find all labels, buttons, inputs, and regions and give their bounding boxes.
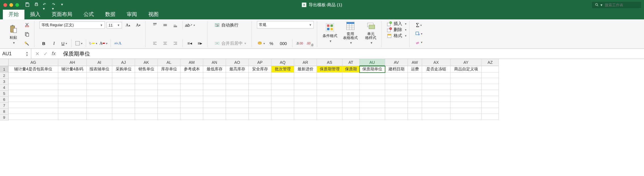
merge-center-button[interactable]: 合并后居中▼ (213, 39, 249, 47)
cell-AU7[interactable] (360, 102, 385, 108)
save-icon[interactable] (25, 2, 30, 8)
cell-AZ2[interactable] (482, 72, 499, 78)
cell-AR6[interactable] (294, 96, 317, 102)
cell-AN4[interactable] (203, 84, 226, 90)
align-bottom-button[interactable] (171, 21, 180, 29)
fill-color-button[interactable]: ▾ (89, 39, 97, 47)
row-header-8[interactable]: 8 (0, 109, 9, 114)
cell-AI1[interactable]: 报表辅单位 (87, 66, 112, 73)
minimize-window-button[interactable] (9, 3, 13, 7)
cell-AN8[interactable] (203, 108, 226, 114)
column-header-AS[interactable]: AS (317, 59, 342, 66)
cell-AN1[interactable]: 最低库存 (203, 66, 226, 73)
cell-AJ3[interactable] (112, 78, 135, 84)
cell-AN2[interactable] (203, 72, 226, 78)
cell-AP6[interactable] (249, 96, 271, 102)
cell-AH1[interactable]: 辅计量4条码 (58, 66, 87, 73)
cell-AR9[interactable] (294, 114, 317, 120)
cell-AH5[interactable] (58, 90, 87, 96)
cell-AY9[interactable] (450, 114, 482, 120)
phonetic-button[interactable]: abcA (114, 39, 122, 47)
cell-AX9[interactable] (422, 114, 450, 120)
tab-数据[interactable]: 数据 (99, 9, 121, 19)
cell-AP8[interactable] (249, 108, 271, 114)
cell-AI8[interactable] (87, 108, 112, 114)
format-painter-button[interactable] (23, 39, 31, 47)
row-header-2[interactable]: 2 (0, 73, 9, 79)
number-format-combo[interactable]: 常规▼ (257, 21, 314, 28)
italic-button[interactable]: I (50, 39, 58, 47)
cell-AO3[interactable] (226, 78, 249, 84)
cell-AO4[interactable] (226, 84, 249, 90)
cell-AP1[interactable]: 安全库存 (249, 66, 271, 73)
cell-AG5[interactable] (9, 90, 58, 96)
format-cells-button[interactable]: 格式▾ (387, 33, 406, 38)
decrease-indent-button[interactable]: ≡◂ (186, 39, 194, 47)
cell-AN3[interactable] (203, 78, 226, 84)
cell-AQ5[interactable] (271, 90, 294, 96)
cell-AG3[interactable] (9, 78, 58, 84)
cell-AY7[interactable] (450, 102, 482, 108)
cell-AP7[interactable] (249, 102, 271, 108)
column-header-AY[interactable]: AY (450, 59, 482, 66)
cell-AP2[interactable] (249, 72, 271, 78)
border-button[interactable]: ▾ (74, 39, 83, 47)
cell-AM2[interactable] (180, 72, 203, 78)
column-header-AL[interactable]: AL (158, 59, 180, 66)
cell-AJ8[interactable] (112, 108, 135, 114)
currency-button[interactable]: ▾ (257, 39, 265, 47)
cell-AK5[interactable] (135, 90, 158, 96)
cell-AZ9[interactable] (482, 114, 499, 120)
cell-AU9[interactable] (360, 114, 385, 120)
cell-AK7[interactable] (135, 102, 158, 108)
cell-AV4[interactable] (385, 84, 408, 90)
cell-AO1[interactable]: 最高库存 (226, 66, 249, 73)
cell-AK3[interactable] (135, 78, 158, 84)
cell-AX2[interactable] (422, 72, 450, 78)
print-icon[interactable] (34, 2, 39, 8)
cell-styles-button[interactable]: 单元 格样式▼ (363, 21, 379, 44)
cell-AL6[interactable] (158, 96, 180, 102)
cell-AU2[interactable] (360, 72, 385, 78)
redo-icon[interactable]: ↷ ▾ (52, 2, 57, 7)
cell-AO5[interactable] (226, 90, 249, 96)
cell-AP4[interactable] (249, 84, 271, 90)
insert-cells-button[interactable]: +插入▾ (387, 21, 406, 26)
cell-AY5[interactable] (450, 90, 482, 96)
cell-AY8[interactable] (450, 108, 482, 114)
cell-AI3[interactable] (87, 78, 112, 84)
cell-AS5[interactable] (317, 90, 342, 96)
row-header-3[interactable]: 3 (0, 79, 9, 85)
cell-AW7[interactable] (408, 102, 422, 108)
orientation-button[interactable]: ab↗▾ (186, 21, 194, 29)
cell-AS7[interactable] (317, 102, 342, 108)
cell-AR2[interactable] (294, 72, 317, 78)
align-top-button[interactable] (151, 21, 159, 29)
cell-AV3[interactable] (385, 78, 408, 84)
cell-AU5[interactable] (360, 90, 385, 96)
increase-indent-button[interactable]: ≡▸ (196, 39, 204, 47)
cell-AG1[interactable]: 辅计量4是否包装单位 (9, 66, 58, 73)
cell-AS4[interactable] (317, 84, 342, 90)
cell-AX1[interactable]: 是否走冻链 (422, 66, 450, 73)
cell-AH3[interactable] (58, 78, 87, 84)
cell-AQ9[interactable] (271, 114, 294, 120)
cell-AT1[interactable]: 保质期 (342, 66, 360, 73)
cell-AR4[interactable] (294, 84, 317, 90)
cell-AV9[interactable] (385, 114, 408, 120)
cell-AL3[interactable] (158, 78, 180, 84)
cell-AI6[interactable] (87, 96, 112, 102)
column-header-AG[interactable]: AG (9, 59, 58, 66)
cell-AH4[interactable] (58, 84, 87, 90)
cell-AV2[interactable] (385, 72, 408, 78)
cell-AH2[interactable] (58, 72, 87, 78)
cell-AW2[interactable] (408, 72, 422, 78)
fill-button[interactable]: ▾ (415, 30, 423, 38)
cancel-edit-button[interactable]: ✕ (35, 51, 40, 57)
formula-input[interactable] (60, 49, 644, 59)
tab-开始[interactable]: 开始 (3, 9, 24, 19)
cell-AK9[interactable] (135, 114, 158, 120)
cell-AQ4[interactable] (271, 84, 294, 90)
cell-AU8[interactable] (360, 108, 385, 114)
tab-公式[interactable]: 公式 (78, 9, 99, 19)
